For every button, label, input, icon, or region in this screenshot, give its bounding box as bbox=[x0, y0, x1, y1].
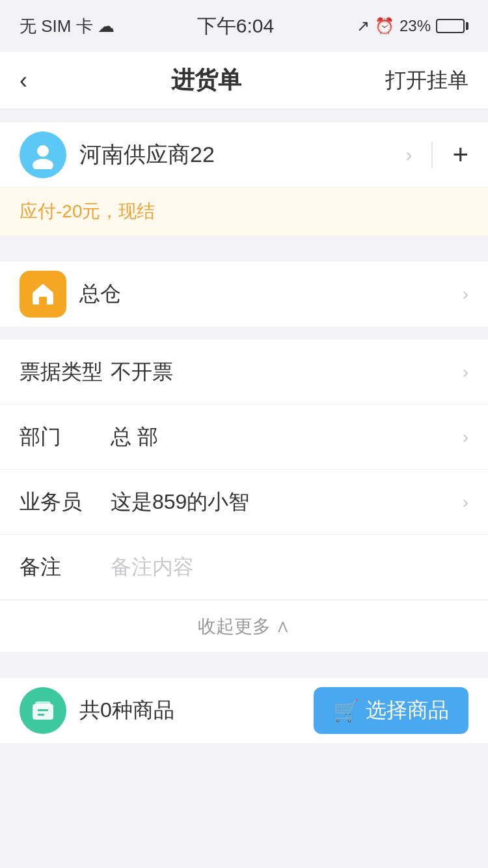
invoice-type-chevron-icon: › bbox=[463, 362, 468, 383]
svg-marker-3 bbox=[33, 284, 53, 293]
warehouse-chevron-icon: › bbox=[463, 284, 468, 305]
select-product-label: 选择商品 bbox=[366, 696, 449, 725]
invoice-type-value: 不开票 bbox=[111, 358, 463, 387]
battery-icon bbox=[436, 19, 468, 33]
department-chevron-icon: › bbox=[463, 427, 468, 448]
svg-point-0 bbox=[37, 145, 49, 157]
collapse-text: 收起更多 ∧ bbox=[198, 614, 291, 639]
warehouse-icon bbox=[20, 271, 66, 318]
section-gap-2 bbox=[0, 236, 488, 249]
add-supplier-button[interactable]: + bbox=[452, 141, 468, 169]
products-icon bbox=[20, 687, 66, 734]
warehouse-section: 总仓 › bbox=[0, 262, 488, 327]
remark-item[interactable]: 备注 备注内容 bbox=[0, 535, 488, 600]
salesperson-value: 这是859的小智 bbox=[111, 488, 463, 517]
alarm-icon: ⏰ bbox=[375, 17, 394, 35]
notice-text: 应付-20元，现结 bbox=[20, 201, 155, 221]
status-time: 下午6:04 bbox=[197, 13, 274, 40]
invoice-type-item[interactable]: 票据类型 不开票 › bbox=[0, 340, 488, 405]
supplier-chevron-icon: › bbox=[405, 144, 412, 166]
remark-value[interactable]: 备注内容 bbox=[111, 553, 468, 582]
supplier-divider bbox=[431, 142, 433, 168]
warehouse-item[interactable]: 总仓 › bbox=[0, 262, 488, 327]
salesperson-chevron-icon: › bbox=[463, 492, 468, 513]
svg-point-1 bbox=[33, 159, 53, 169]
remark-label: 备注 bbox=[20, 553, 111, 582]
department-item[interactable]: 部门 总 部 › bbox=[0, 405, 488, 470]
collapse-bar[interactable]: 收起更多 ∧ bbox=[0, 600, 488, 652]
notice-bar: 应付-20元，现结 bbox=[0, 187, 488, 236]
location-icon: ↗ bbox=[357, 17, 370, 35]
page-title: 进货单 bbox=[171, 64, 241, 96]
salesperson-label: 业务员 bbox=[20, 488, 111, 517]
supplier-avatar bbox=[20, 131, 66, 178]
battery-percent: 23% bbox=[400, 17, 431, 35]
open-pending-button[interactable]: 打开挂单 bbox=[385, 66, 468, 95]
select-product-button[interactable]: 🛒 选择商品 bbox=[314, 687, 468, 734]
nav-bar: ‹ 进货单 打开挂单 bbox=[0, 52, 488, 109]
svg-rect-7 bbox=[38, 709, 48, 711]
supplier-section: 河南供应商22 › + bbox=[0, 122, 488, 187]
department-label: 部门 bbox=[20, 423, 111, 452]
invoice-type-label: 票据类型 bbox=[20, 358, 111, 387]
svg-rect-8 bbox=[38, 714, 44, 716]
form-section: 票据类型 不开票 › 部门 总 部 › 业务员 这是859的小智 › 备注 备注… bbox=[0, 340, 488, 600]
products-section: 共0种商品 🛒 选择商品 bbox=[0, 678, 488, 743]
supplier-name[interactable]: 河南供应商22 bbox=[79, 140, 405, 170]
status-right: ↗ ⏰ 23% bbox=[357, 17, 468, 35]
section-gap-3 bbox=[0, 652, 488, 665]
back-button[interactable]: ‹ bbox=[20, 67, 27, 94]
svg-rect-4 bbox=[39, 297, 47, 305]
salesperson-item[interactable]: 业务员 这是859的小智 › bbox=[0, 470, 488, 535]
status-left: 无 SIM 卡 ☁ bbox=[20, 15, 115, 38]
select-product-icon: 🛒 bbox=[333, 698, 359, 723]
department-value: 总 部 bbox=[111, 423, 463, 452]
section-gap-1 bbox=[0, 109, 488, 122]
warehouse-label: 总仓 bbox=[79, 280, 463, 308]
status-bar: 无 SIM 卡 ☁ 下午6:04 ↗ ⏰ 23% bbox=[0, 0, 488, 52]
svg-rect-6 bbox=[35, 701, 51, 707]
products-count: 共0种商品 bbox=[79, 696, 314, 725]
